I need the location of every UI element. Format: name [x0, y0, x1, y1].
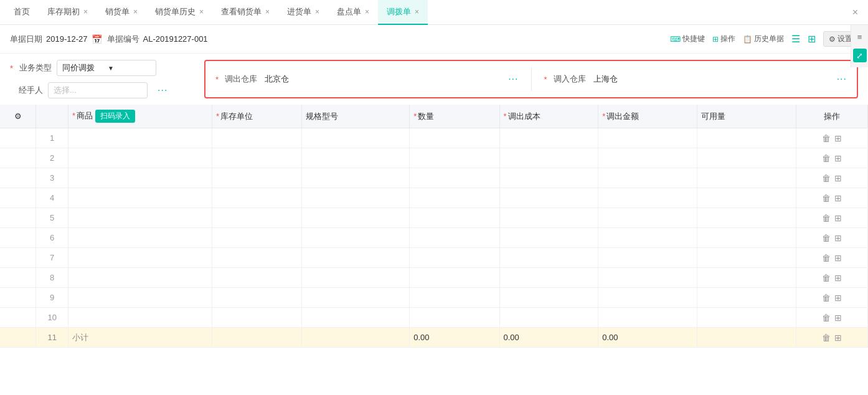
tab-view-sales-close[interactable]: ×: [265, 8, 270, 16]
tab-view-sales[interactable]: 查看销货单 ×: [212, 0, 278, 25]
col-header-gear[interactable]: ⚙: [0, 105, 36, 128]
calendar-icon[interactable]: 📅: [92, 34, 102, 44]
tab-sales-order-close[interactable]: ×: [133, 8, 138, 16]
row-spec-cell[interactable]: [302, 168, 410, 188]
delete-icon[interactable]: 🗑: [822, 233, 831, 243]
copy-icon[interactable]: ⊞: [834, 173, 842, 183]
row-qty-cell[interactable]: [410, 308, 499, 328]
copy-icon[interactable]: ⊞: [834, 213, 842, 223]
business-type-select[interactable]: 同价调拨 ▼: [57, 60, 156, 76]
row-qty-cell[interactable]: [410, 268, 499, 288]
copy-icon[interactable]: ⊞: [834, 153, 842, 163]
row-cost-cell[interactable]: [499, 248, 598, 268]
row-cost-cell[interactable]: [499, 308, 598, 328]
copy-icon[interactable]: ⊞: [834, 193, 842, 203]
tab-purchase[interactable]: 进货单 ×: [278, 0, 328, 25]
row-spec-cell[interactable]: [302, 268, 410, 288]
row-spec-cell[interactable]: [302, 188, 410, 208]
delete-icon[interactable]: 🗑: [822, 273, 831, 283]
operations-button[interactable]: ⊞ 操作: [712, 34, 735, 44]
row-amount-cell[interactable]: [598, 148, 697, 168]
copy-icon[interactable]: ⊞: [834, 313, 842, 323]
row-unit-cell[interactable]: [212, 248, 301, 268]
row-spec-cell[interactable]: [302, 128, 410, 148]
tab-inventory-check-close[interactable]: ×: [365, 8, 369, 16]
delete-icon[interactable]: 🗑: [822, 313, 831, 323]
tab-inventory-init[interactable]: 库存期初 ×: [39, 0, 97, 25]
delete-icon[interactable]: 🗑: [822, 173, 831, 183]
tab-transfer-close[interactable]: ×: [415, 8, 419, 16]
row-qty-cell[interactable]: [410, 148, 499, 168]
row-product-cell[interactable]: [68, 308, 212, 328]
tab-sales-history-close[interactable]: ×: [199, 8, 204, 16]
row-unit-cell[interactable]: [212, 228, 301, 248]
row-spec-cell[interactable]: [302, 228, 410, 248]
row-amount-cell[interactable]: [598, 188, 697, 208]
delete-icon[interactable]: 🗑: [822, 333, 831, 343]
row-cost-cell[interactable]: [499, 148, 598, 168]
row-cost-cell[interactable]: [499, 268, 598, 288]
tab-inventory-check[interactable]: 盘点单 ×: [328, 0, 378, 25]
row-cost-cell[interactable]: [499, 168, 598, 188]
delete-icon[interactable]: 🗑: [822, 293, 831, 303]
row-product-cell[interactable]: [68, 148, 212, 168]
row-product-cell[interactable]: [68, 188, 212, 208]
window-close-button[interactable]: ×: [847, 4, 863, 21]
row-product-cell[interactable]: [68, 168, 212, 188]
scan-button[interactable]: 扫码录入: [95, 110, 135, 123]
copy-icon[interactable]: ⊞: [834, 293, 842, 303]
tab-home[interactable]: 首页: [5, 0, 39, 25]
row-qty-cell[interactable]: [410, 128, 499, 148]
layout-icon-2[interactable]: ⊞: [808, 33, 816, 45]
copy-icon[interactable]: ⊞: [834, 233, 842, 243]
row-amount-cell[interactable]: [598, 208, 697, 228]
row-unit-cell[interactable]: [212, 208, 301, 228]
tab-transfer[interactable]: 调拨单 ×: [378, 0, 428, 25]
row-qty-cell[interactable]: [410, 288, 499, 308]
row-amount-cell[interactable]: [598, 308, 697, 328]
tab-purchase-close[interactable]: ×: [315, 8, 319, 16]
row-cost-cell[interactable]: [499, 208, 598, 228]
row-unit-cell[interactable]: [212, 268, 301, 288]
row-cost-cell[interactable]: [499, 288, 598, 308]
row-qty-cell[interactable]: [410, 168, 499, 188]
row-spec-cell[interactable]: [302, 148, 410, 168]
delete-icon[interactable]: 🗑: [822, 253, 831, 263]
row-product-cell[interactable]: [68, 128, 212, 148]
row-cost-cell[interactable]: [499, 188, 598, 208]
copy-icon[interactable]: ⊞: [834, 133, 842, 143]
row-qty-cell[interactable]: [410, 248, 499, 268]
row-spec-cell[interactable]: [302, 288, 410, 308]
row-amount-cell[interactable]: [598, 248, 697, 268]
row-amount-cell[interactable]: [598, 268, 697, 288]
row-spec-cell[interactable]: [302, 248, 410, 268]
person-more-icon[interactable]: ···: [158, 85, 167, 96]
copy-icon[interactable]: ⊞: [834, 253, 842, 263]
transfer-in-more-icon[interactable]: ···: [837, 74, 847, 85]
row-unit-cell[interactable]: [212, 168, 301, 188]
copy-icon[interactable]: ⊞: [834, 333, 842, 343]
layout-icon-1[interactable]: ☰: [791, 33, 800, 45]
shortcuts-button[interactable]: ⌨ 快捷键: [670, 34, 705, 44]
row-unit-cell[interactable]: [212, 128, 301, 148]
row-amount-cell[interactable]: [598, 168, 697, 188]
row-product-cell[interactable]: [68, 228, 212, 248]
delete-icon[interactable]: 🗑: [822, 193, 831, 203]
history-button[interactable]: 📋 历史单据: [743, 34, 784, 44]
tab-inventory-init-close[interactable]: ×: [83, 8, 88, 16]
row-spec-cell[interactable]: [302, 308, 410, 328]
row-unit-cell[interactable]: [212, 188, 301, 208]
copy-icon[interactable]: ⊞: [834, 273, 842, 283]
person-select[interactable]: 选择...: [48, 82, 148, 98]
row-amount-cell[interactable]: [598, 288, 697, 308]
sidebar-expand-icon[interactable]: ⤢: [853, 49, 867, 62]
row-cost-cell[interactable]: [499, 128, 598, 148]
row-unit-cell[interactable]: [212, 148, 301, 168]
tab-sales-order[interactable]: 销货单 ×: [97, 0, 146, 25]
row-amount-cell[interactable]: [598, 128, 697, 148]
row-amount-cell[interactable]: [598, 228, 697, 248]
row-product-cell[interactable]: [68, 248, 212, 268]
delete-icon[interactable]: 🗑: [822, 153, 831, 163]
tab-sales-history[interactable]: 销货单历史 ×: [146, 0, 212, 25]
row-product-cell[interactable]: [68, 288, 212, 308]
